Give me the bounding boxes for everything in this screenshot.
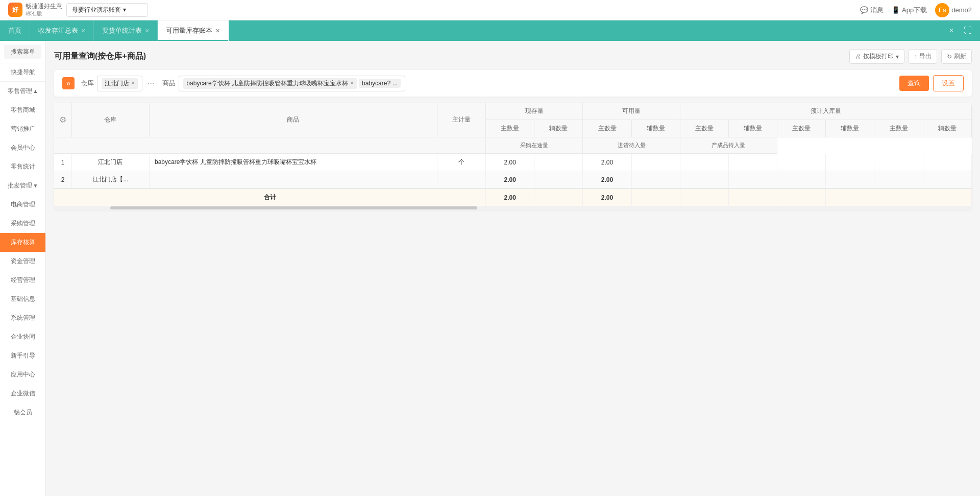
table-scroll-container[interactable]: ⚙ 仓库 商品 主计量 现存量 可用量 预计入库量 主数量 辅数量 bbox=[54, 103, 972, 206]
export-icon: ↑ bbox=[914, 53, 917, 60]
refresh-button[interactable]: ↻ 刷新 bbox=[941, 49, 972, 64]
sidebar-item-member-center[interactable]: 会员中心 bbox=[0, 138, 45, 157]
settings-button[interactable]: 设置 bbox=[933, 75, 964, 91]
sidebar-item-marketing[interactable]: 营销推广 bbox=[0, 120, 45, 138]
row-current-aux bbox=[534, 171, 583, 189]
warehouse-tag-close[interactable]: × bbox=[131, 80, 135, 87]
search-menu-button[interactable]: 搜索菜单 bbox=[4, 45, 41, 59]
quick-nav-button[interactable]: 快捷导航 bbox=[2, 65, 43, 79]
row-available-aux bbox=[631, 154, 680, 171]
tenant-selector[interactable]: 母婴行业演示账套 ▾ bbox=[66, 3, 148, 17]
tab-stocksummary[interactable]: 收发存汇总表 × bbox=[30, 20, 94, 41]
logo-area: 好 畅捷通好生意 标准版 bbox=[8, 3, 62, 17]
product-tag-1-close[interactable]: × bbox=[350, 80, 354, 87]
sidebar-item-vip-member[interactable]: 畅会员 bbox=[0, 403, 45, 422]
sidebar-item-finance-mgmt[interactable]: 资金管理 bbox=[0, 252, 45, 271]
th-incoming-main: 主数量 bbox=[777, 120, 826, 137]
print-template-button[interactable]: 🖨 按模板打印 ▾ bbox=[849, 49, 904, 64]
th-main-unit: 主计量 bbox=[437, 103, 485, 137]
nav-controls: × ⛶ bbox=[939, 20, 980, 41]
tab-close-stocksummary[interactable]: × bbox=[81, 27, 85, 35]
scrollbar-thumb[interactable] bbox=[110, 206, 477, 209]
sidebar-item-retail-mall[interactable]: 零售商城 bbox=[0, 101, 45, 120]
fullscreen-button[interactable]: ⛶ bbox=[962, 25, 974, 37]
sidebar-item-retail-stats[interactable]: 零售统计 bbox=[0, 157, 45, 176]
th-available-group: 可用量 bbox=[583, 103, 680, 120]
app-download-button[interactable]: 📱 App下载 bbox=[892, 6, 927, 15]
row-purchase-transit-main bbox=[680, 171, 728, 189]
row-current-aux bbox=[534, 154, 583, 171]
row-production-main bbox=[874, 154, 923, 171]
sidebar-item-new-guide[interactable]: 新手引导 bbox=[0, 346, 45, 365]
th-spacer bbox=[54, 137, 486, 154]
th-purchase-transit-aux: 辅数量 bbox=[728, 120, 777, 137]
sidebar-item-inventory-check[interactable]: 库存核算 bbox=[0, 233, 45, 252]
page-actions: 🖨 按模板打印 ▾ ↑ 导出 ↻ 刷新 bbox=[849, 49, 972, 64]
product-input[interactable]: babycare学饮杯 儿童防摔防撞吸管杯重力球吸嘴杯宝宝水杯 × babyca… bbox=[179, 76, 405, 91]
gear-icon: ⚙ bbox=[59, 115, 66, 124]
sidebar-item-basic-info[interactable]: 基础信息 bbox=[0, 290, 45, 309]
sidebar-search-area: 搜索菜单 bbox=[0, 41, 45, 63]
tab-close-available-inventory[interactable]: × bbox=[215, 27, 219, 35]
th-product: 商品 bbox=[149, 103, 437, 137]
content-area: 可用量查询(按仓库+商品) 🖨 按模板打印 ▾ ↑ 导出 ↻ 刷新 bbox=[46, 41, 980, 496]
table-row: 2 江北门店【... 2.00 2.00 bbox=[54, 171, 972, 189]
filter-expand-button[interactable]: » bbox=[62, 77, 75, 89]
top-bar: 好 畅捷通好生意 标准版 母婴行业演示账套 ▾ 💬 消息 📱 App下载 Ea … bbox=[0, 0, 980, 20]
sidebar-item-purchase-mgmt[interactable]: 采购管理 bbox=[0, 214, 45, 233]
row-purchase-transit-aux bbox=[728, 171, 777, 189]
tab-available-inventory[interactable]: 可用量库存账本 × bbox=[158, 20, 228, 41]
row-warehouse: 江北门店【... bbox=[72, 171, 150, 189]
top-bar-right: 💬 消息 📱 App下载 Ea demo2 bbox=[860, 3, 972, 17]
row-warehouse: 江北门店 bbox=[72, 154, 150, 171]
app-download-icon: 📱 bbox=[892, 6, 900, 14]
summary-row: 合计 2.00 2.00 bbox=[54, 188, 972, 206]
avatar: Ea bbox=[935, 3, 949, 17]
product-tag-1: babycare学饮杯 儿童防摔防撞吸管杯重力球吸嘴杯宝宝水杯 × bbox=[183, 78, 357, 89]
row-incoming-main bbox=[777, 154, 826, 171]
refresh-icon: ↻ bbox=[947, 53, 952, 60]
row-purchase-transit-aux bbox=[728, 154, 777, 171]
filter-bar: » 仓库 江北门店 × ··· 商品 babycare学饮杯 儿童防摔防撞吸管杯… bbox=[54, 70, 972, 97]
row-product: babycare学饮杯 儿童防摔防撞吸管杯重力球吸嘴杯宝宝水杯 bbox=[149, 154, 437, 171]
sidebar-item-wholesale-mgmt[interactable]: 批发管理 ▼ bbox=[0, 176, 45, 195]
summary-available-main: 2.00 bbox=[583, 188, 631, 206]
sidebar-item-retail-mgmt[interactable]: 零售管理 ▲ bbox=[0, 82, 45, 101]
message-icon: 💬 bbox=[860, 6, 868, 14]
close-window-button[interactable]: × bbox=[945, 25, 958, 37]
th-forecast-inbound-group: 预计入库量 bbox=[680, 103, 971, 120]
sidebar-item-app-center[interactable]: 应用中心 bbox=[0, 365, 45, 384]
row-num: 1 bbox=[54, 154, 72, 171]
sidebar-item-ecommerce-mgmt[interactable]: 电商管理 bbox=[0, 195, 45, 214]
warehouse-input[interactable]: 江北门店 × bbox=[97, 76, 142, 91]
th-incoming-label: 进货待入量 bbox=[583, 137, 680, 154]
th-current-stock-group: 现存量 bbox=[486, 103, 583, 120]
nav-spacer bbox=[229, 20, 939, 41]
tab-home[interactable]: 首页 bbox=[0, 20, 30, 41]
filter-right-actions: 查询 设置 bbox=[899, 75, 964, 91]
summary-current-main: 2.00 bbox=[486, 188, 534, 206]
export-button[interactable]: ↑ 导出 bbox=[909, 49, 937, 64]
filter-more-button[interactable]: ··· bbox=[145, 79, 156, 88]
th-gear: ⚙ bbox=[54, 103, 72, 137]
tab-order-stats[interactable]: 要货单统计表 × bbox=[94, 20, 158, 41]
warehouse-tag: 江北门店 × bbox=[102, 78, 138, 89]
row-production-aux bbox=[923, 171, 971, 189]
sidebar-item-enterprise-coop[interactable]: 企业协同 bbox=[0, 327, 45, 346]
message-button[interactable]: 💬 消息 bbox=[860, 6, 884, 15]
row-current-main: 2.00 bbox=[486, 154, 534, 171]
row-available-main: 2.00 bbox=[583, 171, 631, 189]
tab-close-order-stats[interactable]: × bbox=[145, 27, 149, 35]
chevron-icon: ▼ bbox=[33, 183, 38, 188]
user-avatar-area[interactable]: Ea demo2 bbox=[935, 3, 972, 17]
sidebar-item-system-mgmt[interactable]: 系统管理 bbox=[0, 309, 45, 327]
sidebar-item-operations-mgmt[interactable]: 经营管理 bbox=[0, 271, 45, 290]
logo-icon: 好 bbox=[8, 3, 22, 17]
sidebar-item-enterprise-wechat[interactable]: 企业微信 bbox=[0, 384, 45, 403]
horizontal-scrollbar[interactable] bbox=[54, 206, 972, 210]
product-tag-2: babycare? ... bbox=[359, 79, 401, 88]
chevron-icon: ▲ bbox=[33, 88, 38, 94]
row-purchase-transit-main bbox=[680, 154, 728, 171]
th-purchase-transit-main: 主数量 bbox=[680, 120, 728, 137]
query-button[interactable]: 查询 bbox=[899, 76, 929, 91]
